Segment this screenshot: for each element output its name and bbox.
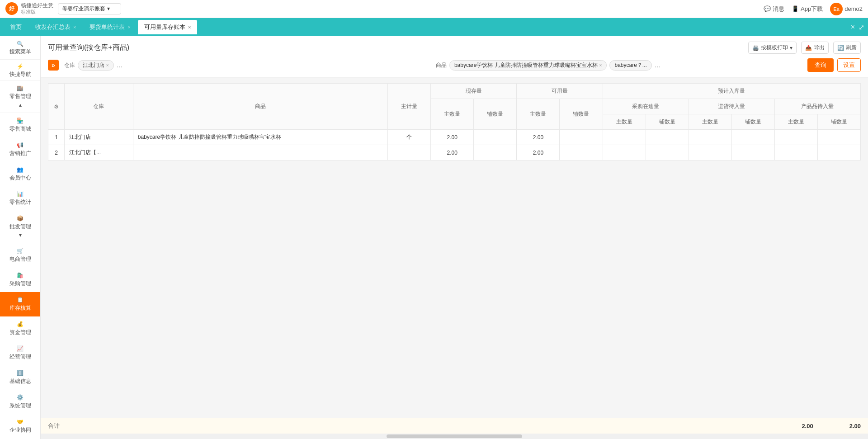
- header-actions: 🖨️ 按模板打印 ▾ 📤 导出 🔄 刷新: [748, 42, 861, 54]
- page-title: 可用量查询(按仓库+商品): [48, 43, 129, 52]
- logo-text-block: 畅捷通好生意 标准版: [21, 2, 53, 15]
- tab-receipt-summary[interactable]: 收发存汇总表 ×: [29, 20, 82, 34]
- sidebar-item-retail-mgmt[interactable]: 🏬 零售管理 ▴: [0, 80, 40, 113]
- tab-order-stats-close[interactable]: ×: [127, 24, 130, 30]
- sidebar: 🔍 搜索菜单 ⚡ 快捷导航 🏬 零售管理 ▴ 🏪 零售商城 📢 营销推广 👥 会…: [0, 36, 41, 439]
- total-current-main: 2.00: [802, 423, 813, 430]
- purchase-icon: 🛍️: [17, 272, 24, 279]
- sidebar-item-retail-stats[interactable]: 📊 零售统计: [0, 186, 40, 211]
- tab-receipt-summary-close[interactable]: ×: [73, 24, 76, 30]
- top-bar: 好 畅捷通好生意 标准版 母婴行业演示账套 ▾ 💬 消息 📱 App下载 Ea …: [0, 0, 868, 18]
- th-current-stock: 现存量: [431, 84, 517, 99]
- sidebar-nav-btn[interactable]: ⚡ 快捷导航: [0, 60, 40, 80]
- user-area[interactable]: Ea demo2: [830, 3, 863, 15]
- sidebar-item-system[interactable]: ⚙️ 系统管理: [0, 390, 40, 414]
- app-download-btn[interactable]: 📱 App下载: [792, 5, 823, 13]
- message-btn[interactable]: 💬 消息: [764, 5, 784, 13]
- refresh-btn[interactable]: 🔄 刷新: [833, 42, 861, 54]
- chevron-down2-icon: ▾: [19, 232, 22, 238]
- row2-incoming-main: [689, 145, 731, 160]
- logo-icon: 好: [5, 2, 18, 15]
- filter-bar: » 仓库 江北门店 × ... 商品 babycare学饮杯 儿童防摔防撞吸管杯…: [41, 54, 868, 78]
- scrollbar-thumb[interactable]: [387, 434, 522, 438]
- filter-actions: 查询 设置: [807, 58, 861, 72]
- inventory-icon: 📋: [17, 297, 24, 303]
- th-unit: 主计量: [388, 84, 431, 130]
- sidebar-search-btn[interactable]: 🔍 搜索菜单: [0, 36, 40, 60]
- tab-home[interactable]: 首页: [4, 20, 28, 34]
- scrollbar-area[interactable]: [41, 434, 868, 439]
- sidebar-item-marketing[interactable]: 📢 营销推广: [0, 137, 40, 162]
- sidebar-item-ecommerce[interactable]: 🛒 电商管理: [0, 243, 40, 268]
- tab-bar: 首页 收发存汇总表 × 要货单统计表 × 可用量库存账本 × × ⤢: [0, 18, 868, 36]
- sidebar-item-basic[interactable]: ℹ️ 基础信息: [0, 365, 40, 390]
- sidebar-purchase-label: 采购管理: [9, 280, 31, 288]
- tab-available-stock[interactable]: 可用量库存账本 ×: [138, 20, 197, 34]
- retail-mall-icon: 🏪: [17, 118, 24, 124]
- row2-product: [133, 145, 387, 160]
- sidebar-item-inventory[interactable]: 📋 库存核算: [0, 292, 40, 316]
- sidebar-item-purchase[interactable]: 🛍️ 采购管理: [0, 268, 40, 292]
- sidebar-basic-label: 基础信息: [9, 378, 31, 385]
- th-purchase-main: 主数量: [603, 114, 646, 130]
- product-tag-babycare-close[interactable]: ×: [599, 63, 602, 68]
- marketing-icon: 📢: [17, 142, 24, 148]
- product-tag-babycare2[interactable]: babycare？...: [609, 60, 651, 71]
- sidebar-finance-label: 资金管理: [9, 329, 31, 336]
- sidebar-item-retail-mall[interactable]: 🏪 零售商城: [0, 113, 40, 137]
- message-icon: 💬: [764, 5, 771, 12]
- row1-production-main: [774, 130, 817, 145]
- row1-incoming-aux: [731, 130, 774, 145]
- tab-order-stats[interactable]: 要货单统计表 ×: [83, 20, 137, 34]
- tab-available-stock-close[interactable]: ×: [188, 24, 191, 30]
- sidebar-marketing-label: 营销推广: [9, 150, 31, 157]
- warehouse-filter-more[interactable]: ...: [117, 61, 123, 69]
- row1-avail-main: 2.00: [517, 130, 560, 145]
- row2-avail-aux: [560, 145, 603, 160]
- tab-fullscreen-btn[interactable]: ⤢: [859, 23, 864, 32]
- row2-num: 2: [48, 145, 65, 160]
- sidebar-item-enterprise[interactable]: 🤝 企业协同: [0, 414, 40, 439]
- export-icon: 📤: [805, 45, 812, 51]
- tab-home-label: 首页: [10, 23, 22, 31]
- sidebar-ecommerce-label: 电商管理: [9, 255, 31, 263]
- member-icon: 👥: [17, 166, 24, 173]
- sidebar-item-member[interactable]: 👥 会员中心: [0, 162, 40, 186]
- print-btn[interactable]: 🖨️ 按模板打印 ▾: [748, 42, 797, 54]
- th-expected-in: 预计入库量: [603, 84, 861, 99]
- sidebar-item-wholesale-mgmt[interactable]: 📦 批发管理 ▾: [0, 211, 40, 243]
- export-btn[interactable]: 📤 导出: [801, 42, 829, 54]
- sidebar-wholesale-label: 批发管理: [9, 223, 31, 231]
- warehouse-tag-jiangbei[interactable]: 江北门店 ×: [78, 60, 114, 71]
- sidebar-item-ops[interactable]: 📈 经营管理: [0, 341, 40, 365]
- th-production-aux: 辅数量: [817, 114, 860, 130]
- filter-expand-btn[interactable]: »: [48, 60, 59, 71]
- th-incoming-main: 主数量: [689, 114, 731, 130]
- account-selector[interactable]: 母婴行业演示账套 ▾: [58, 3, 121, 14]
- content-area: 可用量查询(按仓库+商品) 🖨️ 按模板打印 ▾ 📤 导出 🔄 刷新 »: [41, 36, 868, 439]
- th-current-aux: 辅数量: [474, 99, 517, 130]
- row1-warehouse: 江北门店: [65, 130, 133, 145]
- query-btn[interactable]: 查询: [807, 58, 834, 72]
- settings-btn[interactable]: 设置: [837, 58, 861, 72]
- top-bar-right: 💬 消息 📱 App下载 Ea demo2: [764, 3, 863, 15]
- top-bar-left: 好 畅捷通好生意 标准版 母婴行业演示账套 ▾: [5, 2, 121, 15]
- row1-production-aux: [817, 130, 860, 145]
- th-incoming-aux: 辅数量: [731, 114, 774, 130]
- retail-stats-icon: 📊: [17, 191, 24, 197]
- sidebar-item-finance[interactable]: 💰 资金管理: [0, 316, 40, 341]
- warehouse-tag-jiangbei-close[interactable]: ×: [106, 63, 109, 68]
- th-avail-aux: 辅数量: [560, 99, 603, 130]
- tab-close-all-btn[interactable]: ×: [851, 23, 855, 32]
- page-header: 可用量查询(按仓库+商品) 🖨️ 按模板打印 ▾ 📤 导出 🔄 刷新: [41, 36, 868, 54]
- row2-production-aux: [817, 145, 860, 160]
- username: demo2: [844, 5, 863, 12]
- product-tag-babycare[interactable]: babycare学饮杯 儿童防摔防撞吸管杯重力球吸嘴杯宝宝水杯 ×: [449, 60, 607, 71]
- enterprise-icon: 🤝: [17, 419, 24, 425]
- product-filter-more[interactable]: ...: [655, 61, 660, 69]
- printer-icon: 🖨️: [752, 45, 759, 51]
- row1-unit: 个: [388, 130, 431, 145]
- th-settings[interactable]: ⚙: [48, 84, 65, 130]
- sidebar-retail-stats-label: 零售统计: [9, 198, 31, 206]
- table-container: ⚙ 仓库 商品 主计量 现存量 可用量 预计入库量 主数量 辅数量 主数量 辅数…: [41, 78, 868, 418]
